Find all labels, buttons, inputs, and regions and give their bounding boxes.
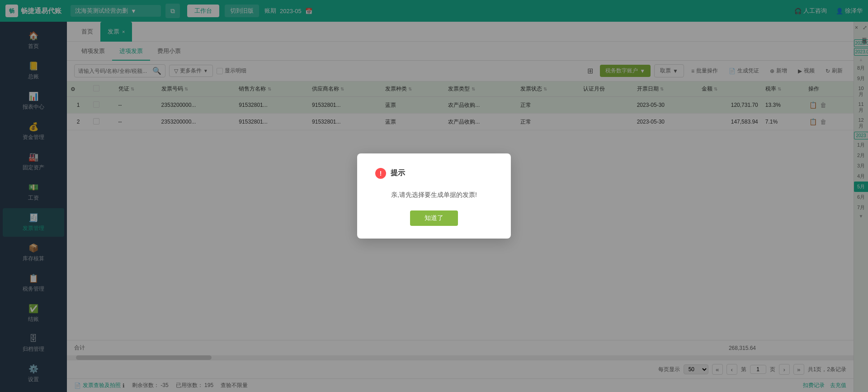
modal-header: ! 提示 [375,168,405,179]
modal-overlay: ! 提示 亲,请先选择要生成单据的发票! 知道了 [0,0,868,392]
modal-message: 亲,请先选择要生成单据的发票! [391,190,477,200]
modal-warning-icon: ! [375,168,386,179]
modal-title: 提示 [391,168,405,178]
modal-footer: 知道了 [410,210,458,226]
modal-ok-button[interactable]: 知道了 [410,210,458,226]
modal-dialog: ! 提示 亲,请先选择要生成单据的发票! 知道了 [357,153,511,239]
